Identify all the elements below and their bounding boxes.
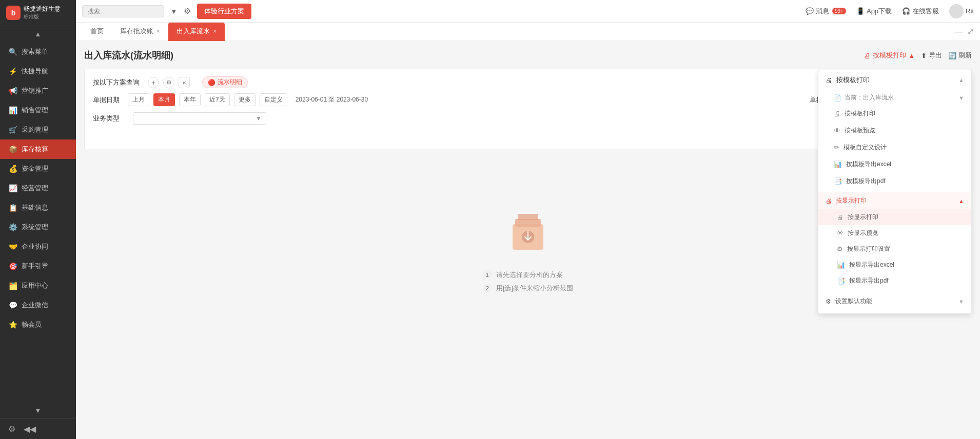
tabbar: 首页 库存批次账 × 出入库流水 × — ⤢ (76, 23, 980, 41)
dropdown-header: 🖨 按模板打印 ▲ (818, 70, 971, 90)
template-custom-icon: ✏ (834, 144, 839, 151)
filter-tag-icon: 🔴 (208, 79, 215, 86)
sidebar-item-label: 新手引导 (22, 262, 48, 271)
sidebar-item-label: 快捷导航 (22, 67, 48, 76)
sidebar-item-appcenter[interactable]: 🗂️ 应用中心 (0, 276, 76, 295)
sidebar-item-guide[interactable]: 🎯 新手引导 (0, 256, 76, 276)
sidebar-scroll-up[interactable]: ▲ (34, 30, 42, 38)
date-btn-last-month[interactable]: 上月 (128, 93, 149, 106)
online-service-btn[interactable]: 🎧 在线客服 (902, 7, 939, 16)
template-print-item[interactable]: 🖨 按模板打印 (818, 105, 971, 122)
page-title-bar: 出入库流水(流水明细) 🖨 按模板打印 ▲ ⬆ 导出 🔄 刷新 (84, 49, 972, 62)
date-btn-this-month[interactable]: 本月 (153, 93, 175, 106)
tab-home[interactable]: 首页 (82, 23, 112, 41)
print-btn[interactable]: 🖨 按模板打印 ▲ (864, 51, 915, 60)
sidebar: b 畅捷通好生意 标准版 ▲ 🔍 搜索菜单 ⚡ 快捷导航 📢 营销推广 📊 销售… (0, 0, 76, 439)
tab-flow-close[interactable]: × (213, 28, 217, 35)
dropdown-footer: ⚙ 设置默认功能 ▼ (818, 289, 971, 313)
app-logo-icon: b (6, 6, 21, 20)
business-type-select[interactable]: ▼ (133, 112, 266, 125)
purchase-icon: 🛒 (8, 125, 17, 134)
filter-settings-btn[interactable]: ⚙ (163, 77, 174, 88)
display-export-excel-item[interactable]: 📊 按显示导出excel (818, 257, 971, 273)
sidebar-item-operation[interactable]: 📈 经营管理 (0, 178, 76, 198)
display-print-settings-item[interactable]: ⚙ 按显示打印设置 (818, 241, 971, 257)
tab-batch[interactable]: 库存批次账 × (112, 23, 168, 41)
sidebar-collapse-icon[interactable]: ◀◀ (24, 424, 36, 434)
sidebar-item-marketing[interactable]: 📢 营销推广 (0, 81, 76, 101)
display-pdf-icon: 📑 (837, 277, 845, 285)
business-type-dropdown-icon: ▼ (256, 115, 262, 122)
app-title: 畅捷通好生意 (24, 5, 61, 13)
sidebar-item-finance[interactable]: 💰 资金管理 (0, 159, 76, 178)
sidebar-logo: b 畅捷通好生意 标准版 (0, 0, 76, 26)
chevron-up-icon: ▲ (908, 52, 915, 59)
sidebar-item-inventory[interactable]: 📦 库存核算 (0, 139, 76, 159)
sidebar-item-basic[interactable]: 📋 基础信息 (0, 198, 76, 217)
template-export-pdf-item[interactable]: 📑 按模板导出pdf (818, 173, 971, 190)
industry-btn[interactable]: 体验行业方案 (197, 4, 251, 19)
app-download-btn[interactable]: 📱 App下载 (856, 7, 892, 16)
topbar-gear-icon[interactable]: ⚙ (184, 6, 191, 16)
date-btn-custom[interactable]: 自定义 (260, 93, 287, 106)
set-default-item[interactable]: ⚙ 设置默认功能 ▼ (826, 293, 964, 309)
export-icon: ⬆ (921, 52, 927, 59)
search-icon: 🔍 (8, 47, 17, 56)
user-name: Rit (966, 7, 974, 15)
topbar-search-container[interactable] (82, 5, 164, 17)
sidebar-item-sales[interactable]: 📊 销售管理 (0, 101, 76, 120)
date-btn-this-year[interactable]: 本年 (179, 93, 201, 106)
filter-tag-flow[interactable]: 🔴 流水明细 (202, 76, 248, 88)
business-type-label: 业务类型 (93, 114, 120, 123)
refresh-btn[interactable]: 🔄 刷新 (948, 51, 972, 60)
message-badge: 99+ (832, 8, 846, 14)
tab-flow[interactable]: 出入库流水 × (168, 23, 225, 41)
topbar-dropdown-btn[interactable]: ▼ (170, 7, 178, 15)
tab-minimize-icon[interactable]: — (955, 27, 963, 36)
filter-collapse-btn[interactable]: « (179, 77, 190, 88)
user-avatar-btn[interactable]: Rit (949, 4, 974, 18)
tabbar-right: — ⤢ (955, 27, 974, 36)
sidebar-item-search[interactable]: 🔍 搜索菜单 (0, 42, 76, 62)
dropdown-header-left: 🖨 按模板打印 (826, 75, 870, 85)
template-custom-item[interactable]: ✏ 模板自定义设计 (818, 139, 971, 156)
template-export-excel-item[interactable]: 📊 按模板导出excel (818, 156, 971, 173)
sidebar-settings-icon[interactable]: ⚙ (8, 424, 15, 434)
svg-rect-1 (515, 219, 541, 227)
sidebar-item-wechat[interactable]: 💬 企业微信 (0, 295, 76, 315)
sidebar-item-system[interactable]: ⚙️ 系统管理 (0, 217, 76, 237)
sidebar-item-purchase[interactable]: 🛒 采购管理 (0, 120, 76, 139)
message-icon: 💬 (806, 7, 814, 15)
message-btn[interactable]: 💬 消息 99+ (806, 7, 846, 16)
search-input[interactable] (88, 8, 159, 15)
sidebar-item-quicknav[interactable]: ⚡ 快捷导航 (0, 62, 76, 81)
export-btn[interactable]: ⬆ 导出 (921, 51, 942, 60)
display-print-item[interactable]: 🖨 按显示打印 (818, 209, 971, 225)
date-btn-7days[interactable]: 近7天 (205, 93, 230, 106)
app-subtitle: 标准版 (24, 13, 61, 21)
excel-icon: 📊 (834, 161, 842, 168)
display-export-pdf-item[interactable]: 📑 按显示导出pdf (818, 273, 971, 289)
display-preview-item[interactable]: 👁 按显示预览 (818, 225, 971, 241)
sales-icon: 📊 (8, 106, 17, 115)
sidebar-item-label: 基础信息 (22, 203, 48, 212)
filter-add-btn[interactable]: + (148, 77, 159, 88)
tab-batch-close[interactable]: × (156, 28, 160, 35)
sidebar-scroll-down[interactable]: ▼ (34, 407, 42, 414)
dropdown-collapse-arrow[interactable]: ▲ (958, 77, 964, 83)
sidebar-item-cooperation[interactable]: 🤝 企业协同 (0, 237, 76, 256)
template-preview-item[interactable]: 👁 按模板预览 (818, 122, 971, 139)
set-default-arrow: ▼ (958, 298, 964, 305)
system-icon: ⚙️ (8, 223, 17, 232)
date-btn-more[interactable]: 更多 (234, 93, 256, 106)
print-dropdown: 🖨 按模板打印 ▲ 📄 当前：出入库流水 ▼ 🖨 按模板打印 👁 按模板预览 (818, 70, 972, 314)
sidebar-item-label: 搜索菜单 (22, 47, 48, 56)
sidebar-item-member[interactable]: ⭐ 畅会员 (0, 315, 76, 334)
tab-maximize-icon[interactable]: ⤢ (967, 27, 974, 36)
display-print-section[interactable]: 🖨 按显示打印 ▲ (818, 192, 971, 209)
date-label: 单据日期 (93, 95, 120, 105)
member-icon: ⭐ (8, 320, 17, 329)
inventory-icon: 📦 (8, 145, 17, 154)
hint-item-1: 1 请先选择要分析的方案 (483, 270, 573, 280)
template-print-icon: 🖨 (834, 110, 840, 117)
